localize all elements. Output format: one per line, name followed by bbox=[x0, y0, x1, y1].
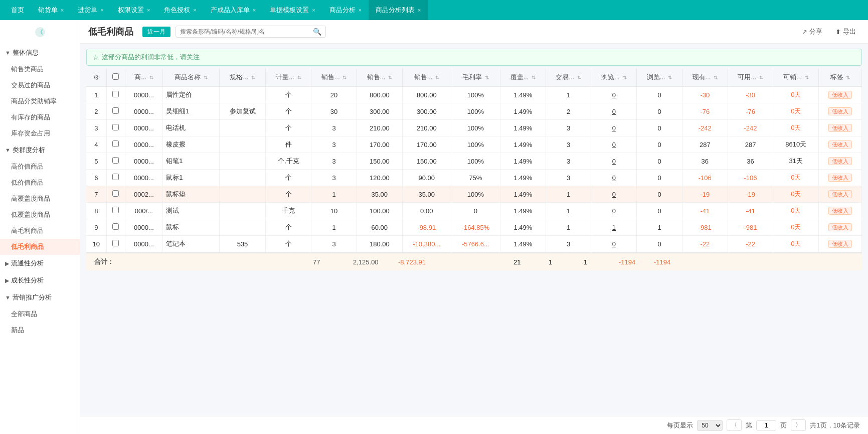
col-current[interactable]: 现有... ⇅ bbox=[682, 69, 728, 86]
col-spec[interactable]: 规格... ⇅ bbox=[219, 69, 266, 86]
nav-close-analysis-list[interactable]: × bbox=[418, 7, 421, 13]
search-icon[interactable]: 🔍 bbox=[313, 28, 321, 36]
cell-view1[interactable]: 0 bbox=[591, 120, 637, 136]
export-icon: ⬆ bbox=[835, 28, 841, 36]
sidebar-group-growth[interactable]: ▶ 成长性分析 bbox=[0, 272, 80, 289]
sidebar-collapse-btn[interactable]: 《 bbox=[35, 27, 45, 37]
export-button[interactable]: ⬆ 导出 bbox=[831, 25, 860, 38]
nav-item-purchase[interactable]: 进货单 × bbox=[71, 0, 110, 20]
sidebar-item-all-goods[interactable]: 全部商品 bbox=[0, 306, 80, 322]
cell-view1[interactable]: 1 bbox=[591, 219, 637, 236]
cell-view1[interactable]: 0 bbox=[591, 186, 637, 203]
sidebar-item-low-value[interactable]: 低价值商品 bbox=[0, 175, 80, 191]
col-sales-profit[interactable]: 销售... ⇅ bbox=[402, 69, 451, 86]
col-checkbox[interactable] bbox=[106, 69, 125, 86]
col-settings[interactable]: ⚙ bbox=[86, 69, 106, 86]
row-checkbox-5[interactable] bbox=[112, 174, 119, 180]
cell-view1[interactable]: 0 bbox=[591, 86, 637, 103]
cell-checkbox[interactable] bbox=[106, 86, 125, 103]
cell-checkbox[interactable] bbox=[106, 203, 125, 219]
sidebar-item-new-goods[interactable]: 新品 bbox=[0, 322, 80, 338]
sidebar-item-low-margin[interactable]: 低毛利商品 bbox=[0, 239, 80, 255]
col-unit[interactable]: 计量... ⇅ bbox=[266, 69, 311, 86]
cell-checkbox[interactable] bbox=[106, 153, 125, 170]
period-tag[interactable]: 近一月 bbox=[142, 27, 170, 37]
row-checkbox-8[interactable] bbox=[112, 223, 119, 230]
col-view1[interactable]: 浏览... ⇅ bbox=[591, 69, 637, 86]
col-sales-amount[interactable]: 销售... ⇅ bbox=[357, 69, 402, 86]
row-checkbox-7[interactable] bbox=[112, 207, 119, 213]
cell-view1[interactable]: 0 bbox=[591, 103, 637, 120]
sidebar-item-low-coverage[interactable]: 低覆盖度商品 bbox=[0, 207, 80, 223]
col-view2[interactable]: 浏览... ⇅ bbox=[637, 69, 682, 86]
cell-view1[interactable]: 0 bbox=[591, 236, 637, 252]
row-checkbox-4[interactable] bbox=[112, 157, 119, 164]
sidebar-group-marketing[interactable]: ▼ 营销推广分析 bbox=[0, 289, 80, 306]
col-saleable[interactable]: 可销... ⇅ bbox=[773, 69, 819, 86]
row-checkbox-3[interactable] bbox=[112, 140, 119, 147]
nav-close-permissions[interactable]: × bbox=[147, 7, 150, 13]
sidebar-item-sales-goods[interactable]: 销售类商品 bbox=[0, 61, 80, 77]
row-checkbox-1[interactable] bbox=[112, 107, 119, 114]
cell-checkbox[interactable] bbox=[106, 170, 125, 186]
cell-checkbox[interactable] bbox=[106, 120, 125, 136]
nav-item-products[interactable]: 产成品入库单 × bbox=[204, 0, 263, 20]
col-tag[interactable]: 标签 ⇅ bbox=[819, 69, 862, 86]
nav-item-sales[interactable]: 销货单 × bbox=[31, 0, 71, 20]
row-checkbox-6[interactable] bbox=[112, 190, 119, 197]
share-button[interactable]: ↗ 分享 bbox=[798, 25, 826, 38]
cell-view1[interactable]: 0 bbox=[591, 203, 637, 219]
next-page-btn[interactable]: 〉 bbox=[791, 419, 806, 431]
col-transaction[interactable]: 交易... ⇅ bbox=[546, 69, 591, 86]
sidebar-group-flow[interactable]: ▶ 流通性分析 bbox=[0, 255, 80, 272]
cell-saleable: 0天 bbox=[773, 203, 819, 219]
cell-checkbox[interactable] bbox=[106, 186, 125, 203]
cell-checkbox[interactable] bbox=[106, 136, 125, 153]
prev-page-btn[interactable]: 〈 bbox=[727, 419, 742, 431]
page-size-select[interactable]: 50 100 200 bbox=[697, 420, 723, 431]
sidebar-item-high-coverage[interactable]: 高覆盖度商品 bbox=[0, 191, 80, 207]
cell-checkbox[interactable] bbox=[106, 219, 125, 236]
page-number-input[interactable] bbox=[756, 420, 776, 430]
cell-available: -30 bbox=[728, 86, 773, 103]
cell-checkbox[interactable] bbox=[106, 236, 125, 252]
nav-close-roles[interactable]: × bbox=[193, 7, 196, 13]
nav-close-sales[interactable]: × bbox=[61, 7, 64, 13]
nav-close-purchase[interactable]: × bbox=[100, 7, 103, 13]
select-all-checkbox[interactable] bbox=[112, 73, 119, 80]
nav-close-templates[interactable]: × bbox=[312, 7, 315, 13]
sidebar-item-category-rate[interactable]: 商品分类助销率 bbox=[0, 93, 80, 109]
sidebar-item-inventory-goods[interactable]: 有库存的商品 bbox=[0, 109, 80, 125]
sidebar-group-cluster[interactable]: ▼ 类群度分析 bbox=[0, 141, 80, 159]
nav-close-analysis[interactable]: × bbox=[359, 7, 362, 13]
sidebar-item-inventory-capital[interactable]: 库存资金占用 bbox=[0, 125, 80, 141]
cell-view1[interactable]: 0 bbox=[591, 136, 637, 153]
nav-item-permissions[interactable]: 权限设置 × bbox=[111, 0, 157, 20]
col-available[interactable]: 可用... ⇅ bbox=[728, 69, 773, 86]
col-code[interactable]: 商... ⇅ bbox=[125, 69, 162, 86]
nav-close-products[interactable]: × bbox=[253, 7, 256, 13]
row-checkbox-2[interactable] bbox=[112, 124, 119, 130]
cell-sales-profit: 150.00 bbox=[402, 153, 451, 170]
sidebar-item-traded-goods[interactable]: 交易过的商品 bbox=[0, 77, 80, 93]
cell-tag: 低收入 bbox=[819, 236, 862, 252]
row-checkbox-9[interactable] bbox=[112, 240, 119, 246]
sidebar-group-overall[interactable]: ▼ 整体信息 bbox=[0, 44, 80, 61]
col-sales-qty[interactable]: 销售... ⇅ bbox=[311, 69, 357, 86]
col-coverage[interactable]: 覆盖... ⇅ bbox=[500, 69, 546, 86]
cell-view1[interactable]: 0 bbox=[591, 153, 637, 170]
search-box[interactable]: 🔍 bbox=[176, 26, 326, 38]
nav-item-templates[interactable]: 单据模板设置 × bbox=[263, 0, 322, 20]
sidebar-item-high-margin[interactable]: 高毛利商品 bbox=[0, 223, 80, 239]
nav-item-roles[interactable]: 角色授权 × bbox=[157, 0, 203, 20]
col-margin[interactable]: 毛利率 ⇅ bbox=[451, 69, 500, 86]
nav-item-home[interactable]: 首页 bbox=[4, 0, 31, 20]
search-input[interactable] bbox=[180, 28, 313, 35]
nav-item-analysis[interactable]: 商品分析 × bbox=[322, 0, 369, 20]
col-name[interactable]: 商品名称 ⇅ bbox=[163, 69, 219, 86]
cell-view1[interactable]: 0 bbox=[591, 170, 637, 186]
sidebar-item-high-value[interactable]: 高价值商品 bbox=[0, 159, 80, 175]
cell-checkbox[interactable] bbox=[106, 103, 125, 120]
row-checkbox-0[interactable] bbox=[112, 91, 119, 97]
nav-item-analysis-list[interactable]: 商品分析列表 × bbox=[369, 0, 428, 20]
